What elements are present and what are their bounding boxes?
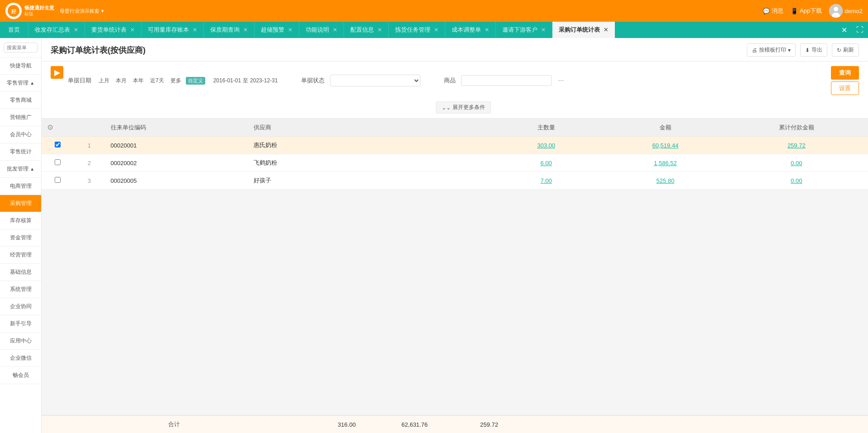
row-amount[interactable]: 60,519.44 — [606, 137, 725, 154]
app-download-btn[interactable]: 📱 App下载 — [791, 7, 822, 15]
row-supplier: 飞鹤奶粉 — [248, 154, 486, 172]
date-start[interactable]: 2016-01-01 — [213, 77, 241, 84]
sidebar-item-ecommerce-mgmt[interactable]: 电商管理 — [0, 178, 41, 195]
row-amount[interactable]: 525.80 — [606, 172, 725, 190]
query-btn[interactable]: 查询 — [831, 66, 859, 80]
table-row[interactable]: 3 00020005 好孩子 7.00 525.80 0.00 — [42, 172, 868, 190]
row-number: 3 — [73, 172, 105, 190]
status-select[interactable] — [330, 75, 420, 86]
date-btn-this-year[interactable]: 本年 — [131, 76, 146, 86]
tab-cost-adjust[interactable]: 成本调整单 ✕ — [445, 22, 496, 38]
sidebar-item-app-center[interactable]: 应用中心 — [0, 333, 41, 350]
sidebar-item-vip-member[interactable]: 畅会员 — [0, 367, 41, 384]
close-icon[interactable]: ✕ — [377, 27, 382, 33]
date-end[interactable]: 2023-12-31 — [250, 77, 278, 84]
tab-expiry-query[interactable]: 保质期查询 ✕ — [204, 22, 255, 38]
sidebar-item-enterprise-wechat[interactable]: 企业微信 — [0, 350, 41, 367]
close-icon[interactable]: ✕ — [74, 27, 78, 33]
col-row-num — [73, 119, 105, 137]
logo-text: 畅捷通好生意 标版 — [24, 5, 54, 16]
row-main-qty[interactable]: 7.00 — [486, 172, 606, 190]
close-icon[interactable]: ✕ — [604, 27, 608, 33]
sidebar-item-retail-stats[interactable]: 零售统计 — [0, 143, 41, 161]
row-checkbox[interactable] — [42, 154, 73, 172]
sidebar-item-member-center[interactable]: 会员中心 — [0, 126, 41, 143]
message-icon: 💬 — [763, 8, 770, 14]
tab-function-desc[interactable]: 功能说明 ✕ — [299, 22, 344, 38]
tab-pick-task[interactable]: 拣货任务管理 ✕ — [389, 22, 445, 38]
export-btn[interactable]: ⬇ 导出 — [800, 43, 827, 57]
close-icon[interactable]: ✕ — [333, 27, 337, 33]
refresh-btn[interactable]: ↻ 刷新 — [832, 43, 859, 57]
date-btn-last-month[interactable]: 上月 — [97, 76, 111, 86]
row-main-qty[interactable]: 6.00 — [486, 154, 606, 172]
message-btn[interactable]: 💬 消息 — [763, 7, 783, 15]
date-btn-this-month[interactable]: 本月 — [114, 76, 128, 86]
sidebar-item-system-mgmt[interactable]: 系统管理 — [0, 281, 41, 298]
sidebar-item-new-user-guide[interactable]: 新手引导 — [0, 315, 41, 333]
table-settings-icon[interactable]: ⚙ — [47, 124, 53, 131]
tab-order-summary[interactable]: 要货单统计表 ✕ — [85, 22, 142, 38]
tab-home[interactable]: 首页 — [0, 22, 28, 38]
top-bar: 好 畅捷通好生意 标版 母婴行业演示账套 ▾ 💬 消息 📱 App下载 — [0, 0, 868, 22]
tab-receive-summary[interactable]: 收发存汇总表 ✕ — [28, 22, 85, 38]
footer-amount: 62,631.76 — [381, 421, 448, 428]
row-main-qty[interactable]: 303.00 — [486, 137, 606, 154]
export-icon: ⬇ — [805, 47, 810, 53]
sidebar-item-basic-info[interactable]: 基础信息 — [0, 264, 41, 281]
row-checkbox[interactable] — [42, 172, 73, 190]
tab-overstock-warning[interactable]: 超储预警 ✕ — [255, 22, 299, 38]
close-icon[interactable]: ✕ — [243, 27, 248, 33]
table-row[interactable]: 1 00020001 惠氏奶粉 303.00 60,519.44 259.72 — [42, 137, 868, 154]
close-icon[interactable]: ✕ — [288, 27, 292, 33]
col-amount: 金额 — [606, 119, 725, 137]
sidebar-item-enterprise-collab[interactable]: 企业协同 — [0, 298, 41, 315]
sidebar-item-quick-nav[interactable]: 快捷导航 — [0, 57, 41, 75]
close-icon[interactable]: ✕ — [541, 27, 546, 33]
sidebar-item-purchase-mgmt[interactable]: 采购管理 — [0, 195, 41, 212]
close-icon[interactable]: ✕ — [130, 27, 135, 33]
expand-more-btn[interactable]: ⌄⌄ 展开更多条件 — [436, 101, 491, 114]
close-icon[interactable]: ✕ — [485, 27, 489, 33]
maximize-btn[interactable]: ⛶ — [852, 26, 868, 34]
search-input[interactable] — [4, 43, 38, 52]
row-paid-amount[interactable]: 0.00 — [725, 172, 868, 190]
table-container: ⚙ 往来单位编码 供应商 主数量 金额 累计付款金额 1 00020001 — [42, 119, 868, 415]
sidebar-item-inventory-check[interactable]: 库存核算 — [0, 212, 41, 229]
col-settings: ⚙ — [42, 119, 73, 137]
template-print-btn[interactable]: 🖨 按模板打印 ▾ — [747, 43, 796, 57]
sidebar-item-business-mgmt[interactable]: 经营管理 — [0, 247, 41, 264]
row-amount[interactable]: 1,586.52 — [606, 154, 725, 172]
avatar — [829, 4, 843, 18]
close-icon[interactable]: ✕ — [434, 27, 439, 33]
tab-invite-downstream[interactable]: 邀请下游客户 ✕ — [496, 22, 552, 38]
goods-input[interactable] — [461, 75, 552, 86]
workspace-selector[interactable]: 母婴行业演示账套 ▾ — [60, 8, 757, 14]
sidebar-item-marketing[interactable]: 营销推广 — [0, 109, 41, 126]
sidebar-item-wholesale-mgmt[interactable]: 批发管理 ▲ — [0, 161, 41, 178]
row-paid-amount[interactable]: 0.00 — [725, 154, 868, 172]
tab-config-info[interactable]: 配置信息 ✕ — [344, 22, 389, 38]
table-row[interactable]: 2 00020002 飞鹤奶粉 6.00 1,586.52 0.00 — [42, 154, 868, 172]
goods-label: 商品 — [444, 76, 456, 85]
row-paid-amount[interactable]: 259.72 — [725, 137, 868, 154]
sidebar-item-retail-shop[interactable]: 零售商城 — [0, 92, 41, 109]
tab-inventory-ledger[interactable]: 可用量库存账本 ✕ — [142, 22, 204, 38]
print-icon: 🖨 — [752, 47, 757, 53]
svg-point-3 — [834, 7, 838, 11]
sidebar-item-retail-mgmt[interactable]: 零售管理 ▲ — [0, 75, 41, 92]
settings-btn[interactable]: 设置 — [831, 81, 859, 95]
row-checkbox[interactable] — [42, 137, 73, 154]
sidebar-item-finance-mgmt[interactable]: 资金管理 — [0, 229, 41, 247]
tab-purchase-summary[interactable]: 采购订单统计表 ✕ — [552, 22, 615, 38]
dots-icon[interactable]: ··· — [558, 76, 564, 85]
col-paid-amount: 累计付款金额 — [725, 119, 868, 137]
content-area: 采购订单统计表(按供应商) 🖨 按模板打印 ▾ ⬇ 导出 ↻ 刷新 — [42, 38, 868, 433]
date-btn-7days[interactable]: 近7天 — [148, 76, 166, 86]
date-btn-more[interactable]: 更多 — [169, 76, 183, 86]
close-icon[interactable]: ✕ — [193, 27, 197, 33]
filter-toggle-btn[interactable]: ▶ — [51, 66, 63, 79]
close-window-btn[interactable]: ✕ — [837, 26, 852, 34]
page-actions: 🖨 按模板打印 ▾ ⬇ 导出 ↻ 刷新 — [747, 43, 859, 61]
user-avatar[interactable]: demo2 — [829, 4, 863, 18]
